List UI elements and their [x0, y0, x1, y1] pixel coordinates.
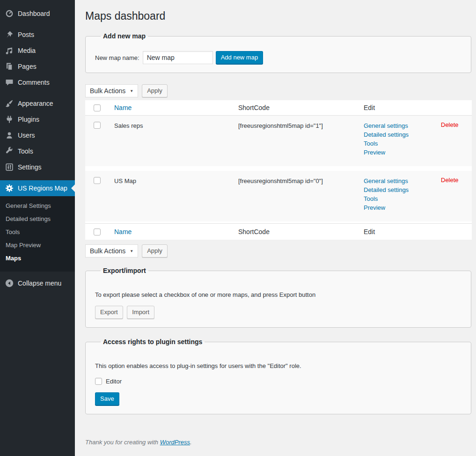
column-footer-shortcode: ShortCode — [238, 228, 364, 235]
sidebar-item-users[interactable]: Users — [0, 127, 75, 143]
new-map-name-label: New map name: — [95, 54, 139, 61]
sidebar-item-label: Media — [18, 47, 36, 54]
collapse-menu-button[interactable]: Collapse menu — [0, 275, 75, 291]
sidebar-item-label: Settings — [18, 163, 42, 171]
submenu-item-tools[interactable]: Tools — [0, 226, 75, 239]
chevron-down-icon: ▼ — [130, 249, 133, 253]
add-new-map-section: Add new map New map name: Add new map — [85, 32, 471, 73]
plugin-icon — [5, 115, 14, 124]
sidebar-item-pages[interactable]: Pages — [0, 59, 75, 74]
detailed-settings-link[interactable]: Detailed settings — [364, 185, 441, 194]
sidebar-item-label: Users — [18, 132, 35, 139]
add-new-map-legend: Add new map — [101, 32, 148, 40]
tools-link[interactable]: Tools — [364, 139, 441, 148]
bulk-actions-bottom: Bulk Actions ▼ Apply — [85, 244, 471, 257]
user-icon — [5, 131, 14, 140]
select-all-checkbox[interactable] — [94, 228, 101, 235]
export-import-section: Export/import To export please select a … — [85, 267, 471, 328]
wrench-icon — [5, 147, 14, 156]
editor-checkbox-label: Editor — [106, 378, 122, 385]
gear-icon — [5, 184, 14, 193]
sidebar-item-dashboard[interactable]: Dashboard — [0, 6, 75, 22]
column-footer-name[interactable]: Name — [114, 228, 238, 235]
bulk-actions-select[interactable]: Bulk Actions ▼ — [85, 84, 138, 97]
new-map-name-input[interactable] — [143, 51, 213, 64]
sidebar-item-plugins[interactable]: Plugins — [0, 111, 75, 127]
sidebar-item-appearance[interactable]: Appearance — [0, 96, 75, 111]
editor-checkbox-row: Editor — [95, 378, 461, 385]
menu-separator — [0, 90, 75, 96]
current-menu-arrow — [71, 184, 75, 192]
preview-link[interactable]: Preview — [364, 148, 441, 157]
collapse-arrow-icon — [5, 279, 14, 288]
menu-separator — [0, 175, 75, 180]
sidebar-item-label: Comments — [18, 79, 50, 86]
detailed-settings-link[interactable]: Detailed settings — [364, 130, 441, 139]
sidebar-item-label: Dashboard — [18, 10, 50, 17]
menu-separator — [0, 22, 75, 27]
sidebar-item-label: Plugins — [18, 116, 39, 123]
select-all-checkbox[interactable] — [94, 104, 101, 111]
add-new-map-button[interactable]: Add new map — [216, 51, 264, 64]
pages-icon — [5, 62, 14, 71]
us-regions-map-submenu: General Settings Detailed settings Tools… — [0, 196, 75, 272]
export-import-buttons: Export Import — [95, 306, 461, 319]
delete-link[interactable]: Delete — [441, 121, 472, 128]
submenu-item-detailed-settings[interactable]: Detailed settings — [0, 213, 75, 226]
sidebar-item-posts[interactable]: Posts — [0, 27, 75, 43]
delete-link[interactable]: Delete — [441, 177, 472, 184]
column-footer-edit: Edit — [364, 228, 441, 235]
sidebar-item-comments[interactable]: Comments — [0, 74, 75, 90]
export-import-legend: Export/import — [101, 267, 148, 274]
chevron-down-icon: ▼ — [130, 89, 133, 93]
map-shortcode: [freeusregionshtml5map id="1"] — [238, 121, 364, 130]
import-button[interactable]: Import — [127, 306, 154, 319]
sidebar-item-label: Tools — [18, 147, 33, 155]
preview-link[interactable]: Preview — [364, 203, 441, 212]
row-checkbox[interactable] — [94, 177, 101, 184]
editor-checkbox[interactable] — [95, 378, 102, 385]
dashboard-icon — [5, 9, 14, 18]
export-import-description: To export please select a checkbox of on… — [95, 291, 461, 298]
sidebar-item-label: Appearance — [18, 100, 53, 107]
table-row: US Map [freeusregionshtml5map id="0"] Ge… — [85, 171, 472, 221]
general-settings-link[interactable]: General settings — [364, 177, 441, 185]
footer-period: . — [190, 439, 192, 446]
bulk-actions-selected-value: Bulk Actions — [90, 87, 125, 95]
paintbrush-icon — [5, 99, 14, 108]
sidebar-item-settings[interactable]: Settings — [0, 159, 75, 175]
submenu-item-general-settings[interactable]: General Settings — [0, 199, 75, 213]
access-rights-legend: Access rights to plugin settings — [101, 338, 205, 346]
map-name: Sales reps — [114, 121, 238, 130]
export-button[interactable]: Export — [95, 306, 123, 319]
sidebar-item-label: Pages — [18, 63, 37, 70]
submenu-item-maps[interactable]: Maps — [0, 252, 75, 265]
apply-button[interactable]: Apply — [142, 244, 168, 257]
general-settings-link[interactable]: General settings — [364, 121, 441, 130]
table-footer-row: Name ShortCode Edit — [85, 223, 472, 240]
footer-thankyou-text: Thank you for creating with — [85, 439, 160, 446]
bulk-actions-select[interactable]: Bulk Actions ▼ — [85, 244, 138, 257]
bulk-actions-top: Bulk Actions ▼ Apply — [85, 84, 471, 97]
wordpress-admin: Dashboard Posts Media Pages — [0, 0, 476, 456]
column-header-name[interactable]: Name — [114, 104, 238, 111]
sidebar-item-media[interactable]: Media — [0, 43, 75, 59]
admin-menu: Dashboard Posts Media Pages — [0, 0, 75, 291]
edit-links: General settings Detailed settings Tools… — [364, 177, 441, 212]
map-name: US Map — [114, 177, 238, 185]
wordpress-link[interactable]: WordPress — [160, 439, 190, 446]
access-rights-description: This option enables access to plug-in se… — [95, 362, 461, 369]
add-new-map-form: New map name: Add new map — [95, 51, 461, 64]
sidebar-item-us-regions-map[interactable]: US Regions Map — [0, 180, 75, 196]
sidebar-item-tools[interactable]: Tools — [0, 143, 75, 159]
admin-sidebar: Dashboard Posts Media Pages — [0, 0, 75, 456]
admin-footer: Thank you for creating with WordPress. — [85, 439, 471, 446]
apply-button[interactable]: Apply — [142, 84, 168, 97]
pin-icon — [5, 30, 14, 39]
save-button[interactable]: Save — [95, 392, 119, 405]
submenu-item-map-preview[interactable]: Map Preview — [0, 239, 75, 252]
sliders-icon — [5, 162, 14, 172]
tools-link[interactable]: Tools — [364, 194, 441, 203]
row-checkbox[interactable] — [94, 122, 101, 129]
comments-icon — [5, 78, 14, 87]
